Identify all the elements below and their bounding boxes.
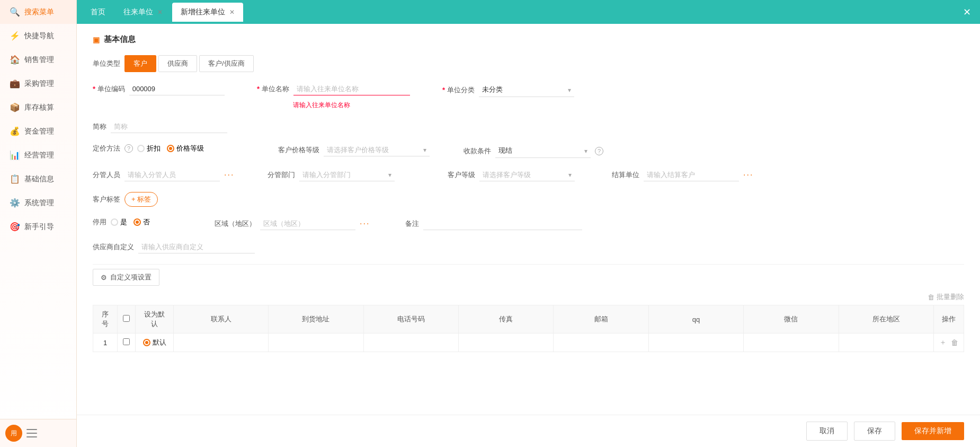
sidebar-item-inventory[interactable]: 📦 库存核算 <box>0 95 76 119</box>
email-input[interactable] <box>559 339 643 347</box>
tab-add-vendor[interactable]: 新增往来单位 ✕ <box>172 3 243 22</box>
phone-input[interactable] <box>369 339 453 347</box>
delete-row-btn[interactable]: 🗑 <box>951 338 958 347</box>
add-tag-button[interactable]: + 标签 <box>124 192 158 207</box>
cell-phone[interactable] <box>363 334 458 352</box>
tab-home[interactable]: 首页 <box>82 3 114 22</box>
customer-level-input[interactable] <box>479 169 575 181</box>
sidebar-item-search-menu[interactable]: 🔍 搜索菜单 <box>0 0 76 24</box>
unit-category-select-wrapper: 未分类 ▾ <box>479 83 574 97</box>
sidebar-item-purchase[interactable]: 💼 采购管理 <box>0 72 76 95</box>
unit-code-input[interactable] <box>129 83 225 95</box>
col-default: 设为默认 <box>136 305 174 334</box>
abbr-item: 简称 <box>93 120 227 133</box>
department-select-wrapper[interactable]: ▾ <box>299 169 395 181</box>
payment-select-wrapper: 现结 ▾ <box>495 144 591 158</box>
table-header-row: 序号 设为默认 联系人 到货地址 电话号码 传真 邮箱 qq 微信 所在地区 操… <box>93 305 964 334</box>
customer-price-input[interactable] <box>324 144 430 156</box>
region-more-btn[interactable]: ··· <box>360 219 370 229</box>
region-label: 区域（地区） <box>215 219 256 229</box>
default-radio[interactable]: 默认 <box>141 338 168 347</box>
department-input[interactable] <box>299 169 395 181</box>
col-weixin: 微信 <box>744 305 839 334</box>
cell-email[interactable] <box>554 334 648 352</box>
address-input[interactable] <box>274 339 358 347</box>
radio-yes[interactable]: 是 <box>111 217 127 227</box>
unit-type-row: 单位类型 客户 供应商 客户/供应商 <box>93 55 964 72</box>
main-content: 首页 往来单位 ✕ 新增往来单位 ✕ ✕ ▣ 基本信息 单位类型 客户 供应商 … <box>77 0 980 447</box>
quick-nav-icon: ⚡ <box>10 31 20 41</box>
pricing-help-icon[interactable]: ? <box>124 144 133 153</box>
sidebar-item-guide[interactable]: 🎯 新手引导 <box>0 215 76 239</box>
remark-input[interactable] <box>423 217 582 230</box>
type-btn-supplier[interactable]: 供应商 <box>158 55 197 72</box>
row-checkbox[interactable] <box>123 338 130 345</box>
customer-level-select-wrapper[interactable]: ▾ <box>479 169 575 181</box>
supplier-custom-input[interactable] <box>138 241 255 253</box>
cancel-button[interactable]: 取消 <box>806 422 848 441</box>
customer-price-select-wrapper[interactable]: ▾ <box>324 144 430 156</box>
menu-toggle[interactable] <box>26 429 37 437</box>
purchase-icon: 💼 <box>10 78 20 89</box>
contact-input[interactable] <box>179 339 263 347</box>
sidebar-item-sales[interactable]: 🏠 销售管理 <box>0 48 76 72</box>
row-region-input[interactable] <box>844 339 928 347</box>
settlement-input[interactable] <box>644 169 739 181</box>
manager-input[interactable] <box>124 169 220 181</box>
disabled-radio-group: 是 否 <box>111 217 150 227</box>
window-close-button[interactable]: ✕ <box>959 4 975 20</box>
type-btn-customer[interactable]: 客户 <box>124 55 156 72</box>
basic-info-icon: 📋 <box>10 174 20 184</box>
cell-region[interactable] <box>839 334 933 352</box>
contact-table-section: 🗑 批量删除 序号 设为默认 联系人 到货地址 电话号码 传真 邮箱 qq <box>93 292 964 352</box>
tab-vendor-list[interactable]: 往来单位 ✕ <box>115 3 171 22</box>
abbr-input[interactable] <box>111 120 227 133</box>
sidebar-item-finance[interactable]: 💰 资金管理 <box>0 119 76 143</box>
qq-input[interactable] <box>654 339 738 347</box>
sidebar-item-system[interactable]: ⚙️ 系统管理 <box>0 191 76 215</box>
save-button[interactable]: 保存 <box>854 422 895 441</box>
table-head: 序号 设为默认 联系人 到货地址 电话号码 传真 邮箱 qq 微信 所在地区 操… <box>93 305 964 334</box>
col-check <box>118 305 136 334</box>
sidebar-item-quick-nav[interactable]: ⚡ 快捷导航 <box>0 24 76 48</box>
settlement-more-btn[interactable]: ··· <box>743 170 753 180</box>
radio-yes-label: 是 <box>120 217 127 227</box>
select-all-checkbox[interactable] <box>123 315 130 322</box>
save-and-new-button[interactable]: 保存并新增 <box>902 422 964 440</box>
unit-type-label: 单位类型 <box>93 59 120 68</box>
department-item: 分管部门 ▾ <box>268 169 432 181</box>
tab-add-vendor-close[interactable]: ✕ <box>229 8 235 16</box>
pricing-label: 定价方法 <box>93 144 120 153</box>
abbr-row: 简称 <box>93 120 964 133</box>
cell-qq[interactable] <box>648 334 743 352</box>
radio-price-level[interactable]: 价格等级 <box>167 144 204 153</box>
cell-fax[interactable] <box>459 334 554 352</box>
cell-contact[interactable] <box>173 334 268 352</box>
radio-discount[interactable]: 折扣 <box>137 144 161 153</box>
pricing-item: 定价方法 ? 折扣 价格等级 <box>93 144 262 153</box>
payment-help-icon[interactable]: ? <box>595 147 603 155</box>
tag-row: 客户标签 + 标签 <box>93 192 964 207</box>
guide-icon: 🎯 <box>10 222 20 232</box>
custom-settings-button[interactable]: ⚙ 自定义项设置 <box>93 269 159 286</box>
unit-name-input[interactable] <box>293 83 410 95</box>
unit-category-value: 未分类 <box>479 83 574 97</box>
batch-delete-btn[interactable]: 🗑 批量删除 <box>928 292 964 302</box>
add-row-btn[interactable]: ＋ <box>939 338 947 347</box>
tag-item: 客户标签 + 标签 <box>93 192 158 207</box>
cell-weixin[interactable] <box>744 334 839 352</box>
sales-icon: 🏠 <box>10 55 20 65</box>
cell-address[interactable] <box>269 334 363 352</box>
radio-no[interactable]: 否 <box>133 217 150 227</box>
tab-vendor-list-close[interactable]: ✕ <box>157 8 163 16</box>
manager-more-btn[interactable]: ··· <box>224 170 234 180</box>
section-basic-info: ▣ 基本信息 <box>93 34 964 45</box>
col-action: 操作 <box>933 305 964 334</box>
col-seq: 序号 <box>93 305 118 334</box>
fax-input[interactable] <box>464 339 548 347</box>
sidebar-item-basic-info[interactable]: 📋 基础信息 <box>0 167 76 191</box>
region-input[interactable] <box>260 217 355 230</box>
type-btn-both[interactable]: 客户/供应商 <box>199 55 254 72</box>
sidebar-item-operation[interactable]: 📊 经营管理 <box>0 143 76 167</box>
weixin-input[interactable] <box>749 339 833 347</box>
